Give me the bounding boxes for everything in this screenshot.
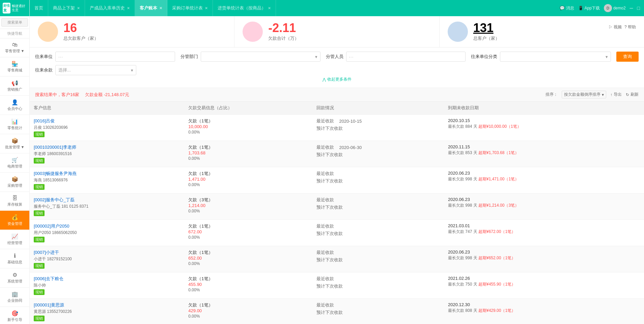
tab-incoming-stats[interactable]: 进货单统计表（按商品） ✕ bbox=[213, 0, 276, 16]
sidebar-item-newbie[interactable]: 🎯 新手引导 bbox=[0, 307, 29, 324]
debt-label-3: 欠款（3笔） bbox=[188, 197, 308, 203]
close-customer-account[interactable]: ✕ bbox=[159, 6, 162, 10]
customer-name-3[interactable]: [0002]服务中心_丁磊 bbox=[34, 197, 180, 203]
stat-card3-actions: ▷ 视频 ? 帮助 bbox=[609, 22, 636, 30]
stat-card-total: 131 总客户（家） ▷ 视频 ? 帮助 bbox=[440, 16, 644, 47]
overdue-text-3[interactable]: 超期¥1,214.00（3笔） bbox=[478, 203, 519, 208]
sidebar-item-batch[interactable]: 📦 批发管理 ▼ bbox=[0, 134, 29, 153]
purchase-order-label: 采购订单统计表 bbox=[172, 5, 203, 11]
sidebar-batch-label: 批发管理 ▼ bbox=[1, 145, 28, 150]
overdue-text-2[interactable]: 超期¥1,471.00（1笔） bbox=[478, 177, 519, 181]
sidebar-operation-label: 经营管理 bbox=[1, 240, 28, 245]
customer-table: 客户信息 欠款交易信息（占比） 回款情况 到期未收款日期 [0016]吕俊 吕俊… bbox=[30, 101, 644, 324]
sidebar-item-enterprise[interactable]: 🏢 企业协同 bbox=[0, 288, 29, 307]
stats-row: 16 总欠款客户（家） -2.11 欠款合计（万） bbox=[30, 16, 644, 48]
cell-customer-6: [0006]去下粮仓 陈小帅 现销 bbox=[30, 272, 184, 299]
sidebar-item-finance[interactable]: 💰 资金管理 bbox=[0, 211, 29, 230]
overdue-text-0[interactable]: 超期¥10,000.00（1笔） bbox=[478, 124, 521, 129]
overdue-text-1[interactable]: 超期¥1,703.68（1笔） bbox=[478, 150, 519, 155]
refresh-button[interactable]: ↻ 刷新 bbox=[626, 92, 639, 97]
search-menu-button[interactable]: 搜索菜单 bbox=[1, 18, 28, 27]
table-row: [000002]用户2050 用户2050 18665062050 现销 欠款（… bbox=[30, 220, 644, 246]
sidebar-item-zero-stats[interactable]: 📊 零售统计 bbox=[0, 115, 29, 134]
sidebar-zero-stats-label: 零售统计 bbox=[1, 125, 28, 130]
window-maximize[interactable]: □ bbox=[637, 5, 640, 11]
tab-home[interactable]: 首页 bbox=[30, 0, 48, 16]
debt-amount-4: 672.00 bbox=[188, 229, 308, 234]
last-payment-label-7: 最近收款 bbox=[316, 302, 334, 308]
customer-tag-0: 现销 bbox=[34, 131, 45, 137]
export-button[interactable]: ↑ 导出 bbox=[610, 92, 622, 97]
customer-name-1[interactable]: [00010200001]李老师 bbox=[34, 144, 180, 150]
search-button[interactable]: 查询 bbox=[616, 52, 639, 62]
sidebar-item-operation[interactable]: 📈 经营管理 bbox=[0, 230, 29, 249]
balance-chevron: ▾ bbox=[131, 68, 133, 73]
cell-debt-7: 欠款（1笔） 429.00 0.00% bbox=[184, 299, 312, 324]
close-purchase-order[interactable]: ✕ bbox=[205, 6, 208, 10]
sidebar-item-zero-sales[interactable]: 🛍 零售管理 ▼ bbox=[0, 38, 29, 57]
sidebar-item-marketing[interactable]: 📢 营销推广 bbox=[0, 77, 29, 96]
cell-customer-3: [0002]服务中心_丁磊 服务中心_丁磊 181 0125 8371 现销 bbox=[30, 194, 184, 220]
tab-product-instock[interactable]: 产成品入库单历史 ✕ bbox=[85, 0, 135, 16]
tab-goods-offshelf[interactable]: 商品上下架 ✕ bbox=[48, 0, 85, 16]
sidebar-item-basic[interactable]: ℹ 基础信息 bbox=[0, 249, 29, 268]
customer-name-7[interactable]: [000001]黄思源 bbox=[34, 302, 180, 308]
customer-tag-2: 现销 bbox=[34, 184, 45, 190]
user-avatar[interactable]: D demo2 bbox=[604, 4, 626, 12]
unit-category-chevron: ▾ bbox=[606, 54, 608, 59]
overdue-text-7[interactable]: 超期¥429.00（1笔） bbox=[478, 308, 515, 313]
sidebar-item-zero-store[interactable]: 🏪 零售商城 bbox=[0, 57, 29, 77]
stat-info-amount: -2.11 欠款合计（万） bbox=[268, 22, 431, 41]
tab-purchase-order[interactable]: 采购订单统计表 ✕ bbox=[167, 0, 213, 16]
svg-point-0 bbox=[45, 27, 51, 32]
table-area: 客户信息 欠款交易信息（占比） 回款情况 到期未收款日期 [0016]吕俊 吕俊… bbox=[30, 101, 644, 324]
stat-icon-pink bbox=[243, 22, 263, 42]
debt-label-2: 欠款（1笔） bbox=[188, 171, 308, 177]
balance-type-label: 往来余款 bbox=[35, 67, 53, 73]
customer-name-0[interactable]: [0016]吕俊 bbox=[34, 118, 180, 124]
sidebar-item-system[interactable]: ⚙ 系统管理 bbox=[0, 268, 29, 288]
cell-debt-5: 欠款（1笔） 652.00 0.00% bbox=[184, 246, 312, 272]
customer-name-6[interactable]: [0006]去下粮仓 bbox=[34, 276, 180, 282]
tab-customer-account[interactable]: 客户账本 ✕ bbox=[135, 0, 167, 16]
close-incoming-stats[interactable]: ✕ bbox=[268, 6, 271, 10]
overdue-text-4[interactable]: 超期¥672.00（1笔） bbox=[478, 229, 515, 234]
sidebar-search-area[interactable]: 搜索菜单 bbox=[0, 16, 29, 29]
customer-name-5[interactable]: [0007]小进干 bbox=[34, 249, 180, 256]
manager-input[interactable]: ··· bbox=[346, 52, 466, 62]
balance-type-select[interactable]: 选择... ▾ bbox=[55, 65, 136, 75]
last-payment-date-1: 2020-06-30 bbox=[339, 145, 362, 150]
sort-select[interactable]: 按欠款金额倒序排序 ▾ bbox=[562, 91, 606, 98]
overdue-text-5[interactable]: 超期¥652.00（1笔） bbox=[478, 256, 515, 260]
overdue-days-3: 最长欠款 998 天 超期¥1,214.00（3笔） bbox=[448, 203, 640, 208]
table-row: [000001]黄思源 黄思源 13552700226 现销 欠款（1笔） 42… bbox=[30, 299, 644, 324]
cell-due-2: 2020.06.23 最长欠款 998 天 超期¥1,471.00（1笔） bbox=[444, 167, 644, 194]
close-product-instock[interactable]: ✕ bbox=[127, 6, 130, 10]
cell-due-5: 2020.06.23 最长欠款 998 天 超期¥652.00（1笔） bbox=[444, 246, 644, 272]
stat-number-customers: 16 bbox=[63, 22, 226, 34]
debt-amount-1: 1,703.68 bbox=[188, 150, 308, 155]
unit-category-select[interactable]: ▾ bbox=[500, 52, 611, 62]
app-download-button[interactable]: 📱 App下载 bbox=[578, 5, 600, 11]
sidebar-item-inventory[interactable]: 🗄 库存核算 bbox=[0, 192, 29, 211]
sidebar-item-ecom[interactable]: 🛒 电商管理 bbox=[0, 153, 29, 173]
collapse-filter-button[interactable]: ⋀ 收起更多条件 bbox=[35, 75, 639, 84]
customer-name-2[interactable]: [0003]畅捷服务尹海燕 bbox=[34, 171, 180, 177]
message-button[interactable]: 💬 消息 bbox=[560, 5, 574, 11]
customer-phone-7: 黄思源 13552700226 bbox=[34, 309, 180, 315]
goods-offshelf-label: 商品上下架 bbox=[53, 5, 75, 11]
customer-name-4[interactable]: [000002]用户2050 bbox=[34, 223, 180, 229]
sidebar-item-purchase[interactable]: 📦 采购管理 bbox=[0, 173, 29, 192]
close-goods-offshelf[interactable]: ✕ bbox=[77, 6, 80, 10]
sidebar-zero-store-label: 零售商城 bbox=[1, 68, 28, 73]
video-btn[interactable]: ▷ 视频 bbox=[609, 24, 622, 30]
table-row: [0003]畅捷服务尹海燕 海燕 18513066976 现销 欠款（1笔） 1… bbox=[30, 167, 644, 194]
from-unit-input[interactable]: ··· bbox=[55, 52, 175, 62]
dept-select[interactable]: ▾ bbox=[201, 52, 320, 62]
overdue-text-6[interactable]: 超期¥455.90（1笔） bbox=[478, 282, 515, 287]
window-minimize[interactable]: ─ bbox=[630, 5, 633, 11]
help-btn[interactable]: ? 帮助 bbox=[624, 24, 636, 30]
filter-dept: 分管部门 ▾ bbox=[180, 52, 320, 62]
stat-label-amount: 欠款合计（万） bbox=[268, 35, 431, 41]
sidebar-item-member[interactable]: 👤 会员中心 bbox=[0, 96, 29, 115]
